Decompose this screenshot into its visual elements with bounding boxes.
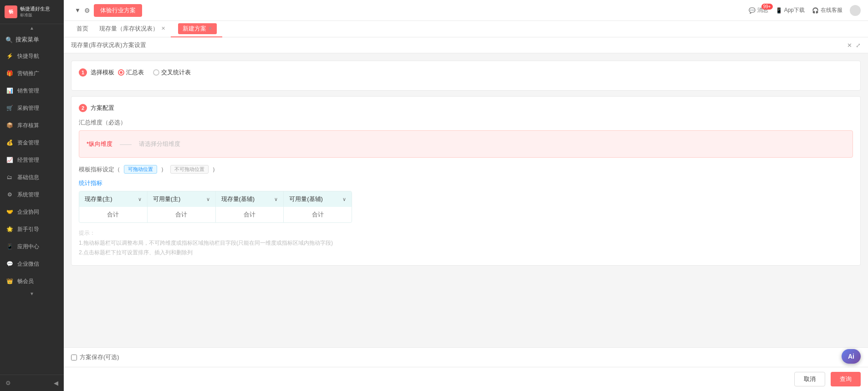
topbar: ▼ ⚙ 体验行业方案 💬 消息 99+ 📱 App下载 🎧 在线客服 — [64, 0, 868, 21]
service-icon: 🎧 — [812, 7, 819, 14]
section-config-header: 2 方案配置 — [79, 104, 853, 112]
radio-summary-circle — [118, 69, 124, 76]
indicator-setting: 模板指标设定（ 可拖动位置 ） 不可拖动位置 ） — [79, 165, 853, 174]
topbar-online-service[interactable]: 🎧 在线客服 — [812, 6, 842, 14]
sidebar-scroll-down[interactable]: ▼ — [0, 290, 64, 298]
appstore-icon: 📱 — [5, 242, 14, 251]
stats-col-1-header[interactable]: 可用量(主) ∨ — [148, 191, 216, 207]
main-area: ▼ ⚙ 体验行业方案 💬 消息 99+ 📱 App下载 🎧 在线客服 首页 — [64, 0, 868, 391]
close-panel-icon[interactable]: ✕ — [847, 42, 852, 49]
search-label: 搜索菜单 — [15, 36, 39, 44]
sidebar-item-wechat[interactable]: 💬 企业微信 — [0, 255, 64, 273]
sidebar-item-member[interactable]: 👑 畅会员 — [0, 273, 64, 290]
service-label: 在线客服 — [821, 6, 842, 14]
topbar-dropdown[interactable]: ▼ — [75, 7, 81, 14]
col-1-arrow[interactable]: ∨ — [206, 196, 210, 202]
app-label: App下载 — [784, 6, 805, 14]
cancel-button[interactable]: 取消 — [794, 372, 825, 386]
sidebar-item-purchase[interactable]: 🛒 采购管理 — [0, 99, 64, 117]
sidebar-item-shortcuts[interactable]: ⚡ 快捷导航 — [0, 47, 64, 65]
sidebar-scroll-up[interactable]: ▲ — [0, 24, 64, 32]
dimension-divider: —— — [120, 141, 132, 148]
stats-body-0: 合计 — [79, 207, 148, 222]
topbar-messages[interactable]: 💬 消息 99+ — [749, 6, 768, 14]
sidebar-item-label: 销售管理 — [17, 87, 39, 95]
tab-new-plan[interactable]: 新建方案 ✕ — [171, 21, 222, 37]
sidebar-bottom: ⚙ ◀ — [0, 375, 64, 391]
stats-col-3-header[interactable]: 可用量(基辅) ∨ — [284, 191, 352, 207]
stats-title: 统计指标 — [79, 179, 853, 187]
sidebar-item-basics[interactable]: 🗂 基础信息 — [0, 169, 64, 186]
collapse-icon[interactable]: ◀ — [54, 380, 58, 386]
operations-icon: 📈 — [5, 156, 14, 164]
tab-inventory-close[interactable]: ✕ — [161, 26, 165, 31]
tabs-bar: 首页 现存量（库存状况表） ✕ 新建方案 ✕ — [64, 21, 868, 37]
member-icon: 👑 — [5, 277, 14, 285]
ai-button[interactable]: Ai — [842, 349, 861, 364]
tip-2: 2.点击标题栏下拉可设置排序、插入列和删除列 — [79, 248, 853, 258]
col-2-arrow[interactable]: ∨ — [274, 196, 278, 202]
section-template: 1 选择模板 汇总表 交叉统计表 — [71, 61, 861, 91]
indicator-setting-suffix: ） — [161, 165, 167, 174]
sidebar-search[interactable]: 🔍 搜索菜单 — [0, 32, 64, 47]
col-3-arrow[interactable]: ∨ — [342, 196, 346, 202]
message-badge: 99+ — [761, 4, 773, 10]
collab-icon: 🤝 — [5, 208, 14, 216]
radio-cross-table[interactable]: 交叉统计表 — [153, 68, 191, 77]
col-1-name: 可用量(主) — [153, 195, 181, 203]
trial-button[interactable]: 体验行业方案 — [94, 4, 142, 17]
sidebar-item-system[interactable]: ⚙ 系统管理 — [0, 186, 64, 203]
section-1-title: 选择模板 — [91, 68, 114, 77]
purchase-icon: 🛒 — [5, 104, 14, 112]
tips-section: 提示： 1.拖动标题栏可以调整布局，不可跨维度或指标区域拖动栏目字段(只能在同一… — [79, 228, 853, 258]
tab-home[interactable]: 首页 — [71, 21, 94, 37]
system-icon: ⚙ — [5, 190, 14, 199]
sidebar-item-appstore[interactable]: 📱 应用中心 — [0, 238, 64, 255]
sales-icon: 📊 — [5, 87, 14, 95]
sidebar-item-collab[interactable]: 🤝 企业协同 — [0, 203, 64, 221]
wechat-icon: 💬 — [5, 260, 14, 268]
tag-no-drag: 不可拖动位置 — [170, 165, 209, 174]
user-avatar[interactable] — [850, 5, 861, 16]
dimension-placeholder[interactable]: 请选择分组维度 — [139, 140, 180, 148]
tab-new-plan-inner[interactable]: 新建方案 ✕ — [178, 23, 217, 34]
tab-new-plan-close[interactable]: ✕ — [208, 26, 212, 31]
save-row: 方案保存(可选) — [64, 347, 868, 367]
tab-inventory-label: 现存量（库存状况表） — [99, 25, 158, 33]
template-radio-group: 汇总表 交叉统计表 — [118, 68, 191, 77]
col-0-arrow[interactable]: ∨ — [138, 196, 142, 202]
app-icon: 📱 — [776, 7, 782, 14]
expand-panel-icon[interactable]: ⤢ — [856, 42, 861, 49]
radio-summary-table[interactable]: 汇总表 — [118, 68, 144, 77]
stats-col-2-header[interactable]: 现存量(基辅) ∨ — [216, 191, 284, 207]
section-1-num: 1 — [79, 68, 87, 77]
settings-icon[interactable]: ⚙ — [5, 380, 11, 386]
content-area: 1 选择模板 汇总表 交叉统计表 2 方案配置 — [64, 53, 868, 347]
stats-table-header: 现存量(主) ∨ 可用量(主) ∨ 现存量(基辅) ∨ 可用量(基辅) — [79, 191, 352, 207]
col-3-name: 可用量(基辅) — [289, 195, 323, 203]
query-button[interactable]: 查询 — [831, 372, 861, 386]
stats-col-0-header[interactable]: 现存量(主) ∨ — [79, 191, 148, 207]
tab-inventory-status[interactable]: 现存量（库存状况表） ✕ — [94, 21, 171, 37]
sidebar-item-label: 企业协同 — [17, 208, 39, 216]
inventory-icon: 📦 — [5, 121, 14, 129]
sidebar-item-newbie[interactable]: 🌟 新手引导 — [0, 221, 64, 238]
topbar-right: 💬 消息 99+ 📱 App下载 🎧 在线客服 — [749, 5, 861, 16]
logo-icon: 畅 — [5, 5, 17, 18]
sidebar-item-operations[interactable]: 📈 经营管理 — [0, 151, 64, 169]
sidebar: 畅 畅捷通好生意 标准版 ▲ 🔍 搜索菜单 ⚡ 快捷导航 🎁 营销推广 📊 销售… — [0, 0, 64, 391]
sidebar-item-label: 快捷导航 — [17, 52, 39, 60]
save-label[interactable]: 方案保存(可选) — [80, 353, 119, 361]
sidebar-item-marketing[interactable]: 🎁 营销推广 — [0, 65, 64, 82]
stats-body-3: 合计 — [284, 207, 352, 222]
topbar-gear-icon[interactable]: ⚙ — [84, 7, 90, 14]
dimension-required-mark: *纵向维度 — [87, 140, 112, 148]
sidebar-item-finance[interactable]: 💰 资金管理 — [0, 134, 64, 151]
save-checkbox[interactable] — [71, 355, 77, 360]
sidebar-item-inventory[interactable]: 📦 库存核算 — [0, 117, 64, 134]
sidebar-item-sales[interactable]: 📊 销售管理 — [0, 82, 64, 99]
sidebar-item-label: 畅会员 — [17, 278, 34, 285]
topbar-app-download[interactable]: 📱 App下载 — [776, 6, 805, 14]
sidebar-item-label: 采购管理 — [17, 104, 39, 112]
basics-icon: 🗂 — [5, 173, 14, 181]
